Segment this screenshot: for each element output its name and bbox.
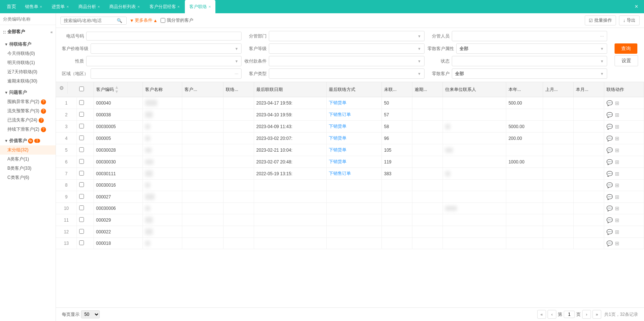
message-icon[interactable]: 💬: [606, 240, 613, 246]
grid-action-icon[interactable]: ⊞: [615, 217, 619, 223]
pending-group-header[interactable]: ▼ 待联络客户: [0, 40, 56, 49]
sidebar-item-today[interactable]: 今天待联络(0): [0, 49, 56, 58]
row-select-checkbox[interactable]: [79, 205, 84, 210]
grid-action-icon[interactable]: ⊞: [615, 229, 619, 235]
sidebar-item-7days[interactable]: 近7天待联络(0): [0, 67, 56, 77]
row-select-checkbox[interactable]: [79, 171, 84, 176]
row-select-checkbox[interactable]: [79, 147, 84, 152]
message-icon[interactable]: 💬: [606, 194, 613, 200]
nature-select[interactable]: ▼: [86, 56, 242, 66]
level-select[interactable]: ▼: [269, 43, 424, 54]
gear-icon[interactable]: ⚙: [59, 85, 64, 91]
sidebar-item-b-class[interactable]: B类客户(33): [0, 164, 56, 173]
grid-action-icon[interactable]: ⊞: [615, 135, 619, 141]
tab-sales[interactable]: 销售单 ×: [21, 0, 46, 13]
last-method-link[interactable]: 下销货单: [329, 100, 346, 105]
last-method-link[interactable]: 下销货单: [329, 135, 346, 141]
all-customers-header[interactable]: :: 全部客户 «: [0, 27, 56, 37]
message-icon[interactable]: 💬: [606, 100, 613, 106]
last-method-link[interactable]: 下销货单: [329, 147, 346, 152]
query-button[interactable]: 查询: [615, 43, 637, 54]
settings-column[interactable]: ⚙: [56, 82, 68, 94]
select-all-checkbox[interactable]: [79, 87, 84, 91]
prev-page-button[interactable]: ‹: [548, 310, 556, 319]
more-conditions-button[interactable]: ▼ 更多条件 ▲: [130, 17, 158, 24]
message-icon[interactable]: 💬: [606, 112, 613, 118]
filter-search-icon[interactable]: 🔍: [117, 18, 122, 23]
row-select-checkbox[interactable]: [79, 194, 84, 199]
window-close-button[interactable]: ×: [632, 3, 641, 10]
sidebar-item-tomorrow[interactable]: 明天待联络(1): [0, 58, 56, 67]
last-method-link[interactable]: 下销货单: [329, 159, 346, 164]
close-icon[interactable]: ×: [40, 4, 42, 9]
first-page-button[interactable]: «: [537, 310, 546, 319]
problem-group-header[interactable]: ▼ 问题客户: [0, 88, 56, 97]
region-select[interactable]: ···: [91, 68, 242, 79]
grid-action-icon[interactable]: ⊞: [615, 159, 619, 165]
close-icon[interactable]: ×: [137, 4, 140, 9]
collapse-icon[interactable]: «: [50, 30, 53, 34]
message-icon[interactable]: 💬: [606, 217, 613, 223]
next-page-button[interactable]: ›: [582, 310, 591, 319]
sidebar-item-churned[interactable]: 已流失客户(24) ?: [0, 116, 56, 125]
message-icon[interactable]: 💬: [606, 124, 613, 130]
grid-action-icon[interactable]: ⊞: [615, 112, 619, 118]
tab-customer-tier[interactable]: 客户分层经客 ×: [145, 0, 184, 13]
retail-attr-select[interactable]: 全部 ▼: [456, 43, 607, 54]
last-method-link[interactable]: 下销售订单: [329, 171, 351, 176]
tab-product-analysis[interactable]: 商品分析 ×: [74, 0, 104, 13]
row-select-checkbox[interactable]: [79, 217, 84, 222]
message-icon[interactable]: 💬: [606, 229, 613, 235]
message-icon[interactable]: 💬: [606, 171, 613, 177]
filter-search-input[interactable]: [64, 18, 115, 23]
tab-customer-contact[interactable]: 客户联络 ×: [185, 0, 215, 13]
page-number-input[interactable]: [564, 311, 575, 318]
row-select-checkbox[interactable]: [79, 100, 84, 105]
value-group-header[interactable]: ▼ 价值客户 ↻ !: [0, 136, 56, 145]
row-select-checkbox[interactable]: [79, 124, 84, 128]
row-select-checkbox[interactable]: [79, 135, 84, 140]
tab-product-analysis-list[interactable]: 商品分析列表 ×: [105, 0, 144, 13]
sidebar-item-declining[interactable]: 持续下滑客户(2) ?: [0, 125, 56, 134]
grid-action-icon[interactable]: ⊞: [615, 205, 619, 211]
sidebar-item-unassigned[interactable]: 末分组(32): [0, 145, 56, 155]
grid-action-icon[interactable]: ⊞: [615, 124, 619, 130]
payment-select[interactable]: ▼: [269, 56, 424, 66]
close-icon[interactable]: ×: [177, 4, 180, 9]
refresh-badge[interactable]: ↻: [28, 138, 33, 144]
row-select-checkbox[interactable]: [79, 240, 84, 245]
type-select[interactable]: ▼: [269, 68, 424, 79]
export-button[interactable]: ↓ 导出: [619, 15, 640, 25]
grid-action-icon[interactable]: ⊞: [615, 240, 619, 246]
grid-action-icon[interactable]: ⊞: [615, 171, 619, 177]
message-icon[interactable]: 💬: [606, 147, 613, 153]
grid-action-icon[interactable]: ⊞: [615, 147, 619, 153]
home-tab[interactable]: 首页: [3, 0, 20, 13]
message-icon[interactable]: 💬: [606, 159, 613, 165]
close-icon[interactable]: ×: [98, 4, 100, 9]
sidebar-search-input[interactable]: [3, 17, 56, 22]
sidebar-item-abnormal[interactable]: 囤购异常客户(2) ?: [0, 97, 56, 106]
reset-button[interactable]: 设置: [615, 55, 638, 66]
last-page-button[interactable]: »: [592, 310, 601, 319]
row-select-checkbox[interactable]: [79, 229, 84, 234]
message-icon[interactable]: 💬: [606, 182, 613, 188]
grid-action-icon[interactable]: ⊞: [615, 194, 619, 200]
my-customers-checkbox[interactable]: [161, 18, 165, 23]
close-icon[interactable]: ×: [208, 4, 211, 9]
dept-select[interactable]: ▼: [269, 31, 424, 41]
sidebar-item-c-class[interactable]: C类客户(6): [0, 173, 56, 182]
sidebar-item-a-class[interactable]: A类客户(1): [0, 155, 56, 164]
row-select-checkbox[interactable]: [79, 159, 84, 164]
page-size-select[interactable]: 50 20 100: [81, 310, 100, 318]
grid-action-icon[interactable]: ⊞: [615, 182, 619, 188]
last-method-link[interactable]: 下销售订单: [329, 112, 351, 117]
row-select-checkbox[interactable]: [79, 112, 84, 117]
phone-input[interactable]: [86, 32, 242, 40]
close-icon[interactable]: ×: [66, 4, 68, 9]
manager-select[interactable]: ···: [452, 31, 607, 41]
last-method-link[interactable]: 下销货单: [329, 124, 346, 129]
price-level-select[interactable]: ▼: [91, 43, 242, 54]
message-icon[interactable]: 💬: [606, 205, 613, 211]
grid-action-icon[interactable]: ⊞: [615, 100, 619, 106]
